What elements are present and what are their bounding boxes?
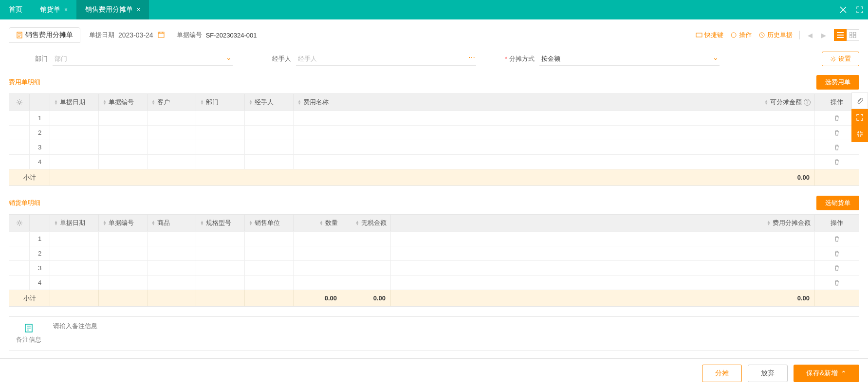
grid-gear-icon[interactable]	[9, 215, 30, 231]
subtotal-value: 0.00	[797, 174, 810, 181]
col-spec[interactable]: ▲▼规格型号	[196, 215, 245, 231]
svg-rect-6	[853, 32, 856, 35]
footer-actions: 分摊 放弃 保存&新增⌃	[0, 358, 868, 387]
delete-row-icon[interactable]	[815, 246, 859, 260]
view-list-icon[interactable]	[834, 29, 847, 41]
table-row[interactable]: 4	[9, 275, 859, 290]
close-icon[interactable]: ×	[64, 6, 68, 13]
select-sales-button[interactable]: 选销货单	[816, 196, 859, 210]
next-arrow-icon[interactable]: ▶	[820, 32, 827, 39]
more-icon: ⋯	[468, 54, 475, 61]
table-row[interactable]: 3	[9, 260, 859, 275]
remark-box: 备注信息	[9, 316, 859, 350]
table-row[interactable]: 3	[9, 140, 859, 154]
svg-point-3	[731, 33, 736, 37]
date-value[interactable]: 2023-03-24	[118, 31, 153, 39]
chevron-down-icon: ⌄	[713, 54, 719, 61]
qty-total: 0.00	[325, 295, 337, 302]
col-dept[interactable]: ▲▼部门	[196, 94, 245, 111]
document-tab[interactable]: 销售费用分摊单	[9, 27, 80, 43]
subtotal-label: 小计	[23, 294, 36, 303]
col-allocamount[interactable]: ▲▼费用分摊金额	[391, 215, 815, 231]
handler-select[interactable]: 经手人⋯	[296, 53, 476, 66]
handler-label: 经手人	[252, 55, 291, 63]
side-rail	[851, 92, 868, 142]
close-window-icon[interactable]	[835, 0, 851, 19]
delete-row-icon[interactable]	[815, 261, 859, 275]
amount-total: 0.00	[373, 295, 386, 302]
date-label: 单据日期	[89, 31, 114, 39]
calendar-icon[interactable]	[157, 31, 165, 40]
close-icon[interactable]: ×	[137, 6, 140, 13]
col-unit[interactable]: ▲▼销售单位	[245, 215, 294, 231]
gear-icon	[830, 56, 836, 62]
col-code[interactable]: ▲▼单据编号	[99, 94, 148, 111]
expense-section-title: 费用单明细	[9, 78, 40, 87]
table-row[interactable]: 1	[9, 231, 859, 246]
shortcut-action[interactable]: 快捷键	[696, 31, 723, 39]
dept-label: 部门	[9, 55, 48, 63]
col-amount[interactable]: ▲▼无税金额	[342, 215, 391, 231]
svg-rect-7	[850, 36, 852, 38]
col-date[interactable]: ▲▼单据日期	[50, 94, 99, 111]
table-row[interactable]: 1	[9, 111, 859, 125]
prev-arrow-icon[interactable]: ◀	[807, 32, 813, 39]
history-action[interactable]: 历史单据	[758, 31, 793, 39]
col-feename[interactable]: ▲▼费用名称	[294, 94, 342, 111]
svg-point-9	[832, 58, 834, 60]
document-icon	[16, 32, 23, 38]
expand-icon[interactable]	[851, 109, 868, 126]
grid-gear-icon[interactable]	[9, 94, 30, 111]
note-icon	[23, 323, 34, 333]
tab-expense-alloc[interactable]: 销售费用分摊单×	[76, 0, 149, 19]
table-row[interactable]: 4	[9, 154, 859, 169]
svg-rect-2	[696, 33, 702, 37]
allocmethod-select[interactable]: 按金额⌄	[539, 53, 720, 66]
svg-rect-8	[853, 36, 856, 38]
operate-action[interactable]: 操作	[730, 31, 752, 39]
help-icon[interactable]: ?	[804, 99, 811, 106]
sales-section-title: 销货单明细	[9, 199, 40, 207]
col-date[interactable]: ▲▼单据日期	[50, 215, 99, 231]
collapse-icon[interactable]	[851, 126, 868, 142]
col-code[interactable]: ▲▼单据编号	[99, 215, 148, 231]
delete-row-icon[interactable]	[815, 140, 859, 154]
form-row: 部门 部门⌄ 经手人 经手人⋯ *分摊方式 按金额⌄ 设置	[9, 52, 859, 66]
document-header: 销售费用分摊单 单据日期 2023-03-24 单据编号 SF-20230324…	[9, 27, 859, 43]
col-action: 操作	[815, 215, 859, 231]
view-grid-icon[interactable]	[847, 29, 859, 41]
expense-grid: ▲▼单据日期 ▲▼单据编号 ▲▼客户 ▲▼部门 ▲▼经手人 ▲▼费用名称 ▲▼可…	[9, 93, 859, 186]
svg-point-11	[18, 222, 20, 224]
settings-button[interactable]: 设置	[822, 52, 859, 66]
table-row[interactable]: 2	[9, 246, 859, 260]
table-row[interactable]: 2	[9, 125, 859, 140]
alloc-total: 0.00	[797, 295, 810, 302]
select-expense-button[interactable]: 选费用单	[816, 75, 859, 90]
col-handler[interactable]: ▲▼经手人	[245, 94, 294, 111]
svg-rect-5	[850, 32, 852, 35]
col-product[interactable]: ▲▼商品	[148, 215, 196, 231]
save-new-button[interactable]: 保存&新增⌃	[794, 365, 859, 382]
chevron-down-icon: ⌄	[226, 54, 232, 61]
attachment-icon[interactable]	[851, 92, 868, 109]
dept-select[interactable]: 部门⌄	[53, 53, 233, 66]
tab-home[interactable]: 首页	[0, 0, 31, 19]
code-value: SF-20230324-001	[206, 32, 257, 39]
chevron-up-icon: ⌃	[841, 369, 847, 377]
alloc-button[interactable]: 分摊	[702, 365, 742, 382]
fullscreen-icon[interactable]	[851, 0, 868, 19]
subtotal-label: 小计	[23, 173, 36, 182]
delete-row-icon[interactable]	[815, 276, 859, 290]
col-customer[interactable]: ▲▼客户	[148, 94, 196, 111]
tab-sales-order[interactable]: 销货单×	[31, 0, 76, 19]
col-qty[interactable]: ▲▼数量	[294, 215, 342, 231]
svg-point-10	[18, 101, 20, 104]
code-label: 单据编号	[177, 31, 202, 39]
remark-input[interactable]	[48, 317, 859, 350]
svg-rect-1	[158, 32, 164, 37]
discard-button[interactable]: 放弃	[748, 365, 788, 382]
delete-row-icon[interactable]	[815, 155, 859, 169]
remark-label: 备注信息	[16, 335, 41, 344]
delete-row-icon[interactable]	[815, 232, 859, 246]
col-allocamount[interactable]: ▲▼可分摊金额?	[342, 94, 815, 111]
